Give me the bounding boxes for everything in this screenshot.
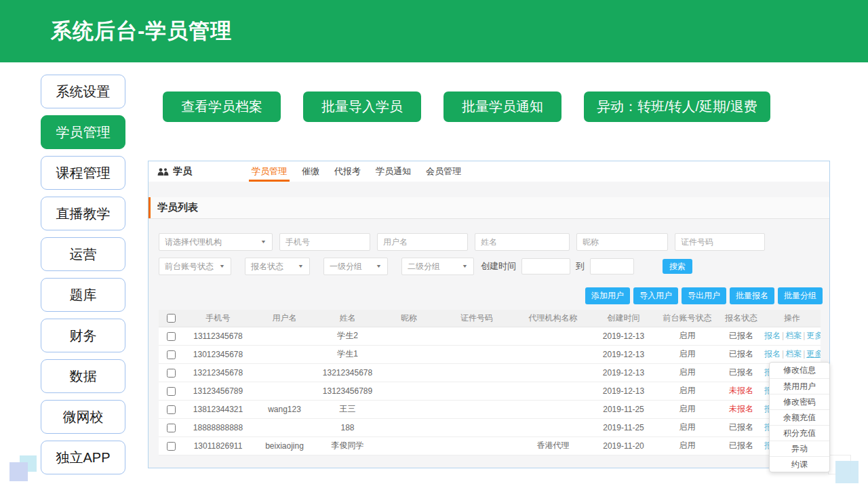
- tab[interactable]: 代报考: [334, 161, 361, 182]
- name-cell: 学生1: [316, 345, 379, 363]
- checkbox-cell: [159, 345, 183, 363]
- sidebar-item[interactable]: 题库: [41, 278, 125, 312]
- sidebar-item[interactable]: 课程管理: [41, 156, 125, 190]
- section-title: 学员列表: [157, 201, 198, 214]
- reg_status-cell: 未报名: [719, 400, 764, 418]
- name-cell: 李俊同学: [316, 436, 379, 455]
- account_status-cell: 启用: [656, 327, 719, 345]
- chevron-down-icon: ▼: [462, 264, 468, 269]
- column-header: 操作: [764, 310, 821, 327]
- username-cell: wang123: [253, 400, 316, 418]
- phone-cell: 13123456789: [183, 382, 253, 400]
- agency-select[interactable]: 请选择代理机构 ▼: [159, 233, 273, 251]
- more-menu-item[interactable]: 积分充值: [770, 425, 829, 441]
- sidebar-item[interactable]: 数据: [41, 359, 125, 393]
- archive-link[interactable]: 档案: [785, 349, 802, 359]
- more-menu-item[interactable]: 修改信息: [770, 363, 829, 378]
- sidebar-item[interactable]: 系统设置: [41, 75, 125, 108]
- more-menu-item[interactable]: 约课: [770, 456, 829, 472]
- checkbox-cell: [159, 327, 183, 345]
- page: 系统后台-学员管理 系统设置学员管理课程管理直播教学运营题库财务数据微网校独立A…: [0, 0, 868, 488]
- tab[interactable]: 会员管理: [426, 161, 461, 182]
- username-input[interactable]: [377, 233, 468, 251]
- panel-body: 学员列表 请选择代理机构 ▼ 前台账号状态 ▼ 报名状态: [149, 182, 829, 468]
- archive-link[interactable]: 档案: [785, 331, 802, 340]
- reg_status-cell: 已报名: [719, 327, 764, 345]
- quick-action-button[interactable]: 批量学员通知: [443, 92, 561, 122]
- row-checkbox[interactable]: [167, 369, 176, 378]
- bulk-action-button[interactable]: 添加用户: [585, 287, 630, 304]
- id_number-cell: [439, 436, 515, 455]
- username-cell: [253, 327, 316, 345]
- row-checkbox[interactable]: [167, 442, 176, 451]
- tab[interactable]: 学员管理: [252, 161, 287, 182]
- id_number-cell: [439, 418, 515, 436]
- checkbox-cell: [159, 382, 183, 400]
- more-menu-item[interactable]: 修改密码: [770, 394, 829, 409]
- tab[interactable]: 学员通知: [376, 161, 411, 182]
- sidebar-item[interactable]: 学员管理: [41, 115, 125, 149]
- signup-link[interactable]: 报名: [764, 349, 781, 359]
- nickname-input[interactable]: [576, 233, 668, 251]
- select-all-checkbox[interactable]: [167, 314, 176, 323]
- phone-cell: 13011826911: [183, 436, 253, 455]
- bulk-action-button[interactable]: 批量报名: [730, 287, 774, 304]
- agency-cell: [515, 382, 591, 400]
- table-row: 13112345678学生22019-12-13启用已报名报名|档案|更多: [159, 327, 821, 345]
- sidebar-item[interactable]: 财务: [41, 319, 125, 352]
- bulk-action-button[interactable]: 导入用户: [633, 287, 678, 304]
- account_status-cell: 启用: [656, 382, 719, 400]
- phone-input[interactable]: [279, 233, 370, 251]
- row-checkbox[interactable]: [167, 405, 176, 414]
- name-cell: 188: [316, 418, 379, 436]
- nickname-cell: [379, 327, 439, 345]
- row-checkbox[interactable]: [167, 350, 176, 359]
- group-level2-select[interactable]: 二级分组 ▼: [401, 258, 474, 275]
- account_status-cell: 启用: [656, 400, 719, 418]
- nickname-cell: [379, 363, 439, 382]
- account-status-select[interactable]: 前台账号状态 ▼: [159, 258, 231, 275]
- agency-cell: [515, 345, 591, 363]
- sidebar-item[interactable]: 直播教学: [41, 197, 125, 230]
- sidebar-item[interactable]: 微网校: [41, 400, 125, 434]
- column-header: 代理机构名称: [515, 310, 591, 327]
- sidebar-item[interactable]: 运营: [41, 237, 125, 271]
- bulk-action-button[interactable]: 导出用户: [682, 287, 726, 304]
- group-level1-select[interactable]: 一级分组 ▼: [323, 258, 388, 275]
- reg-status-select[interactable]: 报名状态 ▼: [245, 258, 310, 275]
- quick-action-button[interactable]: 批量导入学员: [303, 92, 421, 122]
- bulk-action-button[interactable]: 批量分组: [778, 287, 823, 304]
- more-link[interactable]: 更多: [806, 331, 821, 340]
- created-cell: 2019-12-13: [591, 363, 656, 382]
- quick-action-button[interactable]: 查看学员档案: [163, 92, 281, 122]
- account_status-cell: 启用: [656, 436, 719, 455]
- tab[interactable]: 催缴: [302, 161, 319, 182]
- id-number-input[interactable]: [675, 233, 765, 251]
- quick-action-button[interactable]: 异动：转班/转人/延期/退费: [584, 92, 770, 122]
- student-table: 手机号用户名姓名昵称证件号码代理机构名称创建时间前台账号状态报名状态操作 131…: [159, 310, 821, 455]
- id_number-cell: [439, 345, 515, 363]
- username-cell: [253, 382, 316, 400]
- username-cell: [253, 363, 316, 382]
- decor-square: [835, 461, 859, 483]
- student-panel: 学员 学员管理催缴代报考学员通知会员管理 学员列表 请选择代理机构 ▼: [148, 161, 830, 468]
- created-cell: 2019-12-13: [591, 345, 656, 363]
- more-menu-item[interactable]: 禁用用户: [770, 378, 829, 394]
- row-checkbox[interactable]: [167, 387, 176, 396]
- page-title: 系统后台-学员管理: [0, 0, 868, 62]
- more-menu-item[interactable]: 余额充值: [770, 409, 829, 425]
- row-checkbox[interactable]: [167, 332, 176, 341]
- created-from-input[interactable]: [521, 258, 570, 274]
- created-to-input[interactable]: [590, 258, 634, 274]
- checkbox-cell: [159, 400, 183, 418]
- more-menu-item[interactable]: 异动: [770, 441, 829, 456]
- name-cell: 王三: [316, 400, 379, 418]
- name-input[interactable]: [475, 233, 570, 251]
- table-row: 13812344321wang123王三2019-11-25启用未报名报名|档案…: [159, 400, 821, 418]
- to-label: 到: [576, 260, 585, 272]
- more-link[interactable]: 更多: [806, 349, 821, 359]
- search-button[interactable]: 搜索: [663, 259, 692, 274]
- sidebar-item[interactable]: 独立APP: [41, 441, 125, 474]
- row-checkbox[interactable]: [167, 424, 176, 432]
- signup-link[interactable]: 报名: [764, 331, 781, 340]
